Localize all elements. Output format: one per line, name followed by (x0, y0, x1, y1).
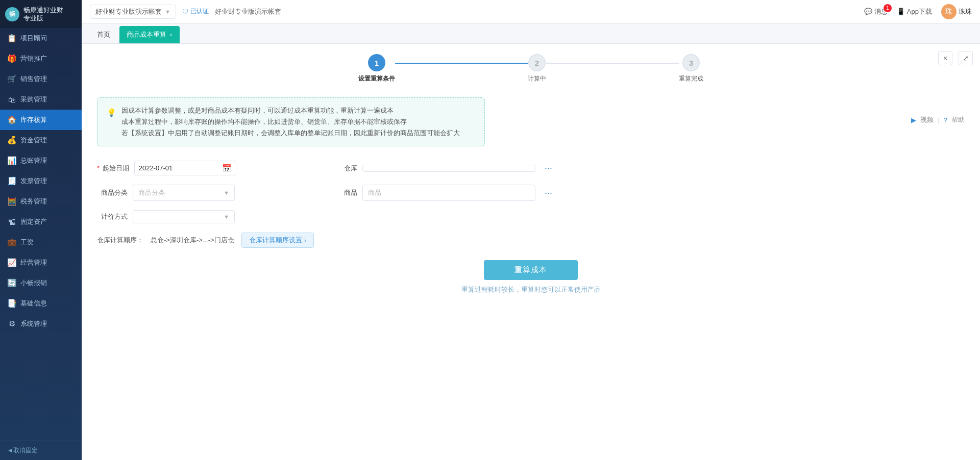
sidebar-item-label: 工资 (20, 238, 34, 247)
recalc-button[interactable]: 重算成本 (484, 260, 578, 280)
unpin-label: ◄取消固定 (7, 446, 38, 455)
sidebar-item-salary[interactable]: 💼 工资 (0, 232, 82, 252)
certified-badge: 🛡 已认证 (182, 7, 209, 16)
sidebar-item-project[interactable]: 📋 项目顾问 (0, 28, 82, 48)
sidebar-item-tax[interactable]: 🧮 税务管理 (0, 191, 82, 212)
question-icon: ? (944, 116, 947, 124)
step-3-circle: 3 (682, 54, 700, 71)
step-2: 2 计算中 (528, 54, 546, 83)
app-download-button[interactable]: 📱 App下载 (897, 7, 932, 16)
start-date-input-wrap[interactable]: 📅 (134, 161, 236, 175)
messages-badge: 1 (884, 4, 892, 12)
help-sep: | (938, 116, 939, 124)
sidebar-item-sales[interactable]: 🛒 销售管理 (0, 69, 82, 89)
unpin-button[interactable]: ◄取消固定 (0, 441, 82, 460)
step-line-1 (395, 63, 528, 64)
step-1-circle: 1 (368, 54, 385, 71)
sidebar-item-marketing[interactable]: 🎁 营销推广 (0, 48, 82, 69)
sidebar-item-label: 库存核算 (20, 115, 47, 124)
invoice-icon: 🧾 (7, 176, 16, 186)
finance-icon: 💰 (7, 136, 16, 145)
category-label: 商品分类 (97, 188, 128, 197)
sidebar-logo: 畅 畅康通好业财 专业版 (0, 0, 82, 28)
phone-icon: 📱 (897, 8, 905, 15)
sidebar-item-label: 基础信息 (20, 299, 47, 308)
video-link[interactable]: 视频 (920, 115, 934, 124)
category-arrow-icon: ▼ (224, 190, 229, 196)
sidebar-item-finance[interactable]: 💰 资金管理 (0, 130, 82, 150)
price-method-label: 计价方式 (97, 212, 128, 221)
avatar: 珠 (941, 4, 957, 19)
purchase-icon: 🛍 (7, 95, 16, 104)
category-field: 商品分类 商品分类 ▼ (97, 185, 316, 201)
step-2-circle: 2 (528, 54, 546, 71)
sidebar-item-assets[interactable]: 🏗 固定资产 (0, 212, 82, 232)
warehouse-order-btn-label: 仓库计算顺序设置 (249, 236, 302, 245)
warehouse-order-label: 仓库计算顺序： (97, 236, 143, 245)
message-icon: 💬 (864, 8, 872, 15)
warehouse-input[interactable] (362, 165, 535, 172)
step-3-label: 重算完成 (679, 74, 703, 83)
assets-icon: 🏗 (7, 218, 16, 226)
help-links: ▶ 视频 | ? 帮助 (911, 115, 965, 124)
warehouse-dots-icon[interactable]: ··· (541, 161, 556, 175)
account-arrow-icon: ▼ (165, 9, 170, 15)
sidebar-item-ops[interactable]: 📈 经营管理 (0, 252, 82, 273)
sidebar-item-label: 总账管理 (20, 156, 47, 165)
step-1-num: 1 (375, 59, 379, 67)
project-icon: 📋 (7, 34, 16, 43)
sidebar-item-base[interactable]: 📑 基础信息 (0, 293, 82, 314)
goods-label: 商品 (337, 188, 357, 197)
ops-icon: 📈 (7, 258, 16, 267)
tab-home-label: 首页 (97, 30, 110, 39)
sidebar-item-purchase[interactable]: 🛍 采购管理 (0, 89, 82, 110)
start-date-input[interactable] (135, 161, 218, 175)
warehouse-field: 仓库 ··· (337, 161, 556, 175)
sidebar-item-label: 营销推广 (20, 54, 47, 63)
help-link[interactable]: 帮助 (951, 115, 965, 124)
salary-icon: 💼 (7, 238, 16, 247)
logo-subtitle: 专业版 (23, 14, 63, 22)
inventory-icon: 🏠 (7, 115, 16, 124)
warehouse-order-settings-button[interactable]: 仓库计算顺序设置 › (241, 233, 314, 248)
sidebar-item-accounting[interactable]: 📊 总账管理 (0, 150, 82, 171)
username: 珠珠 (959, 7, 972, 16)
user-profile[interactable]: 珠 珠珠 (941, 4, 972, 19)
step-line-2 (546, 63, 679, 64)
sidebar-item-label: 发票管理 (20, 176, 47, 186)
step-2-num: 2 (535, 59, 539, 67)
tab-recalc[interactable]: 商品成本重算 × (119, 26, 180, 43)
form-row-3: 计价方式 ▼ (97, 210, 556, 223)
step-2-label: 计算中 (528, 74, 546, 83)
start-date-label: * 起始日期 (97, 164, 129, 173)
category-select[interactable]: 商品分类 ▼ (133, 185, 235, 201)
account-selector[interactable]: 好业财专业版演示帐套 ▼ (90, 5, 176, 19)
step-3: 3 重算完成 (679, 54, 703, 83)
price-method-select[interactable]: ▼ (133, 210, 235, 223)
form-row-2: 商品分类 商品分类 ▼ 商品 商品 ··· (97, 185, 556, 201)
tab-home[interactable]: 首页 (90, 26, 117, 43)
info-box: 💡 因成本计算参数调整，或是对商品成本有疑问时，可以通过成本重算功能，重新计算一… (97, 97, 485, 146)
sidebar-item-label: 税务管理 (20, 197, 47, 206)
sidebar-item-label: 系统管理 (20, 319, 47, 328)
marketing-icon: 🎁 (7, 54, 16, 63)
calendar-icon[interactable]: 📅 (218, 164, 236, 173)
sidebar: 畅 畅康通好业财 专业版 📋 项目顾问 🎁 营销推广 🛒 销售管理 🛍 采购管理… (0, 0, 82, 460)
sidebar-item-system[interactable]: ⚙ 系统管理 (0, 314, 82, 334)
logo-icon: 畅 (5, 7, 19, 21)
start-date-field: * 起始日期 📅 (97, 161, 316, 175)
tab-close-icon[interactable]: × (169, 32, 173, 38)
goods-input[interactable]: 商品 (362, 185, 535, 201)
sidebar-item-label: 固定资产 (20, 217, 47, 226)
sidebar-item-inventory[interactable]: 🏠 库存核算 (0, 110, 82, 130)
info-line-2: 成本重算过程中，影响库存账的操作均不能操作，比如进货单、销货单、库存单据不能审核… (121, 116, 460, 127)
sidebar-item-invoice[interactable]: 🧾 发票管理 (0, 171, 82, 191)
sidebar-item-expense[interactable]: 🔄 小畅报销 (0, 273, 82, 293)
recalc-hint: 重算过程耗时较长，重算时您可以正常使用产品 (461, 285, 601, 294)
step-1-label: 设置重算条件 (358, 74, 395, 83)
messages-button[interactable]: 💬 消息 1 (864, 7, 888, 16)
sidebar-item-label: 小畅报销 (20, 278, 47, 288)
topbar-right: 💬 消息 1 📱 App下载 珠 珠珠 (864, 4, 972, 19)
content-area: × ⤢ 1 设置重算条件 2 计算 (82, 44, 980, 460)
goods-dots-icon[interactable]: ··· (541, 186, 556, 200)
